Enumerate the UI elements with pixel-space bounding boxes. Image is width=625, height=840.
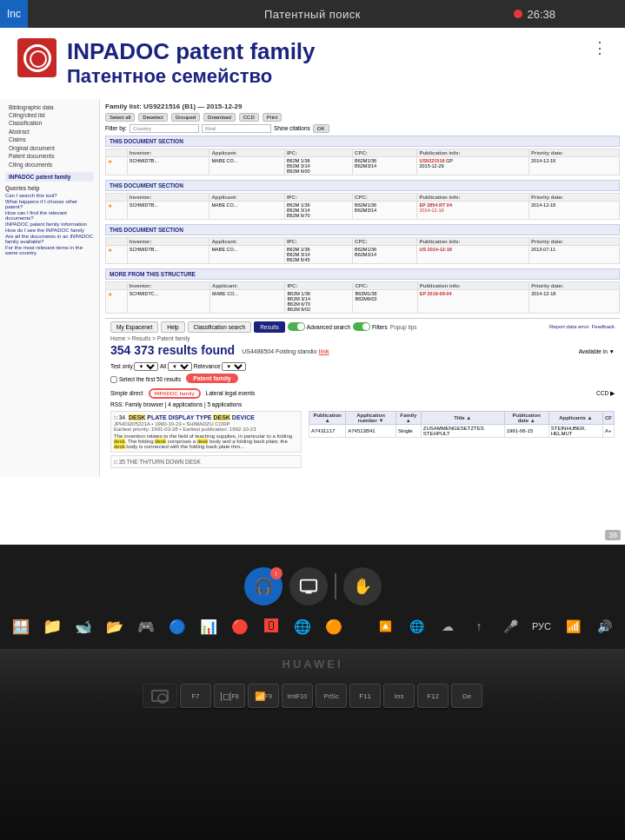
taskbar-docker[interactable]: 🐋 [70, 612, 97, 640]
taskbar-wifi[interactable]: 📶 [559, 612, 587, 640]
taskbar-onedrive[interactable]: ☁ [434, 612, 462, 640]
sidebar-item-claims[interactable]: Claims [5, 136, 94, 143]
star-cell: ★ [106, 156, 128, 175]
sidebar-query-5[interactable]: How do I see the INPADOC family [5, 228, 94, 233]
tab-classification[interactable]: Classification search [188, 321, 252, 333]
patent-family-button[interactable]: Patent family [186, 374, 238, 383]
taskbar-mic[interactable]: 🎤 [496, 612, 524, 640]
patent-title-block: INPADOC patent family Патентное семейств… [67, 38, 582, 89]
sidebar-item-original[interactable]: Original document [5, 145, 94, 152]
select-50-checkbox[interactable] [110, 376, 117, 383]
patent-display: INPADOC patent family Патентное семейств… [0, 28, 625, 545]
sidebar-query-3[interactable]: How can I find the relevant documents? [5, 210, 94, 221]
sidebar-item-biblio[interactable]: Bibliographic data [5, 104, 94, 111]
feedback-link[interactable]: Feedback [592, 324, 615, 329]
filter-kind-input[interactable] [202, 124, 271, 133]
key-f10[interactable]: lml F10 [282, 684, 313, 708]
taskbar-windows[interactable]: 🪟 [7, 612, 35, 640]
key-f7[interactable]: F7 [180, 684, 211, 708]
ccd-btn[interactable]: CCD [239, 113, 259, 122]
pub-date-red: US9221516 [419, 158, 444, 163]
camera-key[interactable] [143, 684, 177, 708]
sidebar-query-6[interactable]: Are all the documents in an INPADOC fami… [5, 234, 94, 244]
advanced-search-toggle[interactable]: Advanced search [288, 322, 350, 331]
deselect-btn[interactable]: Deselect [138, 113, 167, 122]
ccd-link[interactable]: CCD ▶ [596, 390, 615, 397]
select-all-btn[interactable]: Select all [105, 113, 135, 122]
result-table-area: Publication ▲ Application number ▼ Famil… [309, 411, 615, 471]
sidebar-item-abstract[interactable]: Abstract [5, 129, 94, 136]
filters-toggle[interactable]: Filters [353, 322, 388, 331]
tab-my-espacenet[interactable]: My Espacenet [110, 321, 158, 333]
taskbar-network[interactable]: 🌐 [402, 612, 430, 640]
taskbar-explorer[interactable]: 📁 [38, 612, 66, 640]
taskbar-folder[interactable]: 📂 [101, 612, 129, 640]
cell-cf: A+ [602, 424, 614, 437]
screen-share-button[interactable] [289, 567, 328, 605]
report-error[interactable]: Report data error [549, 324, 589, 329]
taskbar-updates[interactable]: ↑ [465, 612, 493, 640]
pub-date-red-4: EP 2019-09-04 [420, 291, 452, 296]
key-f9[interactable]: 📶 F9 [248, 684, 279, 708]
key-ins[interactable]: Ins [383, 684, 415, 708]
relevance-select[interactable]: ▼ [222, 362, 246, 371]
filters-toggle-switch[interactable] [353, 322, 370, 331]
sidebar-query-4[interactable]: INPADOC patent family information [5, 222, 94, 227]
apply-filter-btn[interactable]: OK [313, 124, 329, 133]
download-btn[interactable]: Download [203, 113, 236, 122]
hand-pointer-button[interactable]: ✋ [343, 567, 382, 605]
print-btn[interactable]: Print [263, 113, 282, 122]
taskbar-discord[interactable]: 🎮 [132, 612, 160, 640]
key-del[interactable]: De [451, 684, 482, 708]
taskbar-excel[interactable]: 📊 [195, 612, 223, 640]
toggle-switch[interactable] [288, 322, 305, 331]
key-f8-icon: |◻| [220, 691, 231, 701]
taskbar-volume[interactable]: 🔊 [590, 612, 618, 640]
sidebar-item-class[interactable]: Classification [5, 120, 94, 127]
key-prtsc[interactable]: PrtSc [316, 684, 347, 708]
result-list: □ 34 DESK PLATE DISPLAY TYPE DESK DEVICE… [110, 411, 302, 471]
taskbar-right: 🔼 🌐 ☁ ↑ 🎤 РУС 📶 🔊 [371, 612, 618, 640]
test-select[interactable]: ▼ [134, 362, 158, 371]
sidebar-item-citing[interactable]: Citing/cited list [5, 112, 94, 119]
patent-logo [17, 38, 57, 77]
sidebar-item-patent-docs[interactable]: Patent documents [5, 153, 94, 160]
key-f8[interactable]: |◻| F8 [214, 684, 245, 708]
taskbar-chevron-up[interactable]: 🔼 [371, 612, 399, 640]
camera-icon [151, 690, 169, 702]
taskbar-app[interactable]: 🟠 [320, 612, 348, 640]
grouped-btn[interactable]: Grouped [171, 113, 200, 122]
applicant-cell: MABE CO... [209, 201, 284, 219]
inpadoc-family-btn[interactable]: INPADOC family [149, 388, 201, 399]
sidebar-inpadoc-label[interactable]: INPADOC patent family [5, 172, 94, 182]
taskbar-yandex[interactable]: 🔴 [226, 612, 254, 640]
patent-body: Bibliographic data Citing/cited list Cla… [0, 99, 625, 477]
patent-sidebar: Bibliographic data Citing/cited list Cla… [0, 99, 100, 477]
family-list-header: Family list: US9221516 (B1) — 2015-12-29 [105, 103, 620, 110]
priority-cell: 2014-12-18 [529, 156, 620, 175]
pub-cell: US9221516 GP2015-12-29 [417, 156, 529, 175]
volume-icon: 🔊 [597, 619, 612, 633]
key-f12[interactable]: F12 [417, 684, 449, 708]
patent-menu-button[interactable]: ⋮ [592, 38, 608, 57]
tab-help[interactable]: Help [161, 321, 184, 333]
taskbar-opera[interactable]: 🅾 [257, 612, 285, 640]
query-link[interactable]: link [319, 348, 329, 354]
sidebar-query-7[interactable]: For the most relevant items in the same … [5, 245, 94, 255]
key-f11[interactable]: F11 [349, 684, 381, 708]
excel-icon: 📊 [200, 618, 217, 635]
col-cpc: CPC: [353, 237, 417, 245]
family-controls: Select all Deselect Grouped Download CCD… [105, 113, 620, 122]
taskbar-language[interactable]: РУС [528, 612, 555, 640]
sidebar-query-2[interactable]: What happens if I choose other patent? [5, 199, 94, 209]
taskbar-chrome[interactable]: 🌐 [289, 612, 316, 640]
all-select[interactable]: ▼ [168, 362, 192, 371]
sidebar-item-citing-docs[interactable]: Citing documents [5, 162, 94, 169]
ipc-cell: B62M 1/36B62M 3/14B62M 6/45 [284, 245, 352, 263]
tab-results[interactable]: Results [254, 321, 285, 333]
result-title-1[interactable]: □ 34 DESK PLATE DISPLAY TYPE DESK DEVICE [114, 414, 298, 420]
sidebar-query-1[interactable]: Can I search this tool? [5, 193, 94, 198]
taskbar-zoom[interactable]: 🔵 [163, 612, 191, 640]
popup-tips[interactable]: Popup tips [390, 324, 417, 330]
filter-country-input[interactable] [130, 124, 199, 133]
